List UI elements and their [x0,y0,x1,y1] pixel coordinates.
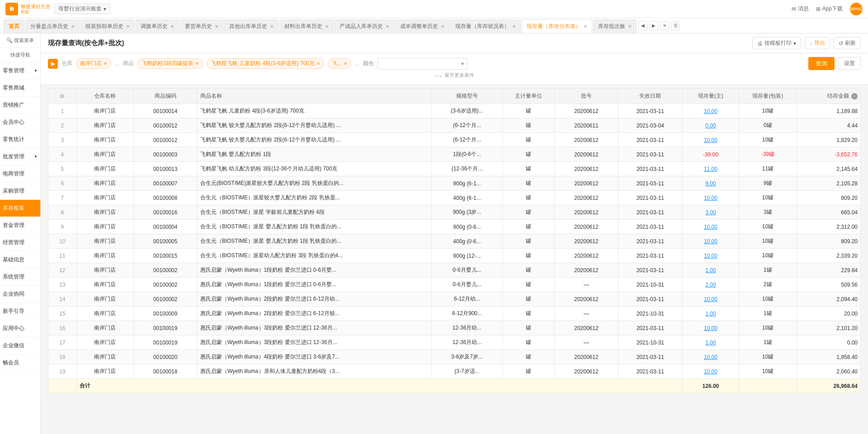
sidebar-item-coop[interactable]: 企业协同 [0,286,40,303]
close-icon[interactable]: ✕ [386,24,389,29]
close-icon[interactable]: ✕ [71,24,75,29]
tab-mix[interactable]: 调拨单历史 ✕ [136,19,179,33]
tab-next-button[interactable]: ▶ [649,21,658,30]
tab-prev-button[interactable]: ◀ [638,21,647,30]
product-more-dots[interactable]: ... [355,61,359,67]
sidebar-item-stock[interactable]: 库存核算 [0,200,40,217]
search-icon: 🔍 [6,38,13,43]
row-stock-pack: 10罐 [739,191,797,205]
row-balance: 20.00 [797,307,860,321]
row-stock-pack: 1罐 [739,335,797,350]
sidebar-item-new-guide[interactable]: 新手引导 [0,303,40,320]
close-icon[interactable]: ✕ [584,24,587,29]
remove-product-1-button[interactable]: ✕ [316,61,320,66]
row-stock-main[interactable]: 10.00 [682,191,739,205]
tab-batch-account[interactable]: 库存批次账 ✕ [593,19,637,33]
row-stock-main[interactable]: 0.00 [682,118,739,133]
tab-split-count[interactable]: 分量盘点单历史 ✕ [25,19,80,33]
sidebar-item-retail-shop[interactable]: 零售商城 [0,80,40,97]
remove-product-2-button[interactable]: ✕ [344,61,347,66]
close-icon[interactable]: ✕ [512,24,516,29]
row-stock-main[interactable]: 11.00 [682,162,739,176]
expand-more-button[interactable]: ⌄⌄ 展开更多条件 [48,70,861,80]
row-stock-main[interactable]: 10.00 [682,234,739,249]
sidebar-item-system[interactable]: 系统管理 [0,269,40,286]
tab-close-button[interactable]: ✕ [660,21,669,30]
row-stock-main[interactable]: 10.00 [682,364,739,379]
close-icon[interactable]: ✕ [628,24,632,29]
col-header-balance: 结存金额 i [797,89,860,104]
row-expire: 2021-03-11 [618,191,682,205]
message-button[interactable]: ✉ 消息 [792,5,809,13]
workspace-selector[interactable]: 母婴行业演示账套 ▾ [54,4,110,14]
sidebar-item-wholesale[interactable]: 批发管理 ▼ [0,148,40,165]
row-unit: 罐 [503,147,555,162]
row-code: 00100020 [133,350,197,364]
row-stock-main[interactable]: 10.00 [682,350,739,364]
tab-material-out[interactable]: 材料出库单历史 ✕ [279,19,334,33]
row-code: 00100014 [133,104,197,118]
row-stock-main[interactable]: 10.00 [682,220,739,234]
row-stock-main[interactable]: 1.00 [682,335,739,350]
tab-stock-status[interactable]: 现存量（库存状况表） ✕ [450,19,521,33]
sidebar-item-retail[interactable]: 零售管理 ▼ [0,62,40,80]
row-stock-main[interactable]: 10.00 [682,249,739,263]
row-stock-main[interactable]: 1.00 [682,307,739,321]
tab-home[interactable]: 首页 [4,19,24,33]
sidebar-item-operation[interactable]: 经营管理 [0,234,40,251]
table-row: 10 南岸门店 00100005 合生元（BIOSTIME）派星 婴儿配方奶粉 … [48,234,861,249]
sidebar-item-basic[interactable]: 基础信息 [0,251,40,269]
remove-product-0-button[interactable]: ✕ [195,61,199,66]
close-icon[interactable]: ✕ [325,24,329,29]
row-expire: 2021-03-11 [618,205,682,220]
tab-other-out[interactable]: 其他出库单历史 ✕ [224,19,278,33]
settings-button[interactable]: 设置 [838,57,861,70]
remove-warehouse-button[interactable]: ✕ [104,61,107,66]
row-stock-main[interactable]: 9.00 [682,176,739,191]
row-stock-main[interactable]: 3.00 [682,205,739,220]
close-icon[interactable]: ✕ [215,24,218,29]
sidebar-item-purchase[interactable]: 采购管理 [0,183,40,200]
app-download-button[interactable]: ⊞ App下载 [816,5,843,13]
row-code: 00100002 [133,292,197,307]
tab-cost-adjust[interactable]: 成本调整单历史 ✕ [395,19,449,33]
close-icon[interactable]: ✕ [126,24,130,29]
tab-want[interactable]: 要货单历史 ✕ [180,19,223,33]
tab-menu-button[interactable]: ☰ [671,21,680,30]
row-stock-main[interactable]: 10.00 [682,321,739,335]
sidebar-item-retail-stats[interactable]: 零售统计 [0,131,40,148]
row-stock-main[interactable]: 10.00 [682,104,739,118]
tab-stock-dist[interactable]: 现存量（库存分布表） ✕ [522,19,592,33]
warehouse-more-dots[interactable]: ... [115,61,119,67]
sidebar-item-member[interactable]: 会员中心 [0,114,40,131]
refresh-button[interactable]: ↺ 刷新 [834,37,861,49]
info-icon[interactable]: i [851,93,858,99]
sidebar-item-app-center[interactable]: 应用中心 [0,320,40,337]
row-stock-main[interactable]: 1.00 [682,263,739,278]
tab-disassemble[interactable]: 组装拆卸单历史 ✕ [80,19,135,33]
row-stock-pack: 10罐 [739,133,797,147]
row-expire: 2021-03-11 [618,249,682,263]
sidebar-search[interactable]: 🔍 搜索菜单 [0,33,40,48]
print-button[interactable]: 🖨 按模板打印 ▾ [752,37,801,49]
color-dropdown[interactable]: ▾ [377,58,468,70]
tab-product-in[interactable]: 产成品入库单历史 ✕ [335,19,394,33]
row-stock-main[interactable]: 10.00 [682,292,739,307]
sidebar-item-finance[interactable]: 资金管理 [0,217,40,234]
sidebar-item-corp-wechat[interactable]: 企业微信 [0,337,40,354]
close-icon[interactable]: ✕ [170,24,174,29]
sidebar-item-member2[interactable]: 畅会员 [0,354,40,372]
row-balance: -3,652.76 [797,147,860,162]
export-button[interactable]: ↓ 导出 [805,37,830,49]
avatar[interactable]: demo2 [850,3,863,15]
sidebar-item-ecommerce[interactable]: 电商管理 [0,165,40,183]
query-button[interactable]: 查询 [808,57,835,70]
filter-toggle-button[interactable]: ▶ [48,59,58,69]
row-stock-main[interactable]: 2.00 [682,278,739,292]
gear-icon[interactable]: ⚙ [60,93,65,99]
close-icon[interactable]: ✕ [270,24,274,29]
sidebar-quick-nav[interactable]: 快捷导航 [0,48,40,62]
sidebar-item-marketing[interactable]: 营销推广 [0,97,40,114]
row-stock-main[interactable]: 10.00 [682,133,739,147]
close-icon[interactable]: ✕ [441,24,444,29]
